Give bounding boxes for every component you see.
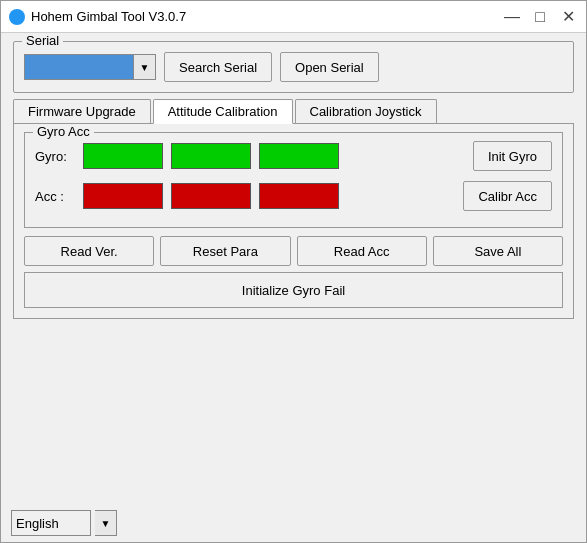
tab-attitude-content: Gyro Acc Gyro: Init Gyro Acc : (13, 124, 574, 319)
gyro-row: Gyro: Init Gyro (35, 141, 552, 171)
reset-para-button[interactable]: Reset Para (160, 236, 290, 266)
gyro-indicator-2 (171, 143, 251, 169)
search-serial-button[interactable]: Search Serial (164, 52, 272, 82)
footer: English ▼ (1, 504, 586, 542)
app-icon (9, 9, 25, 25)
status-message: Initialize Gyro Fail (24, 272, 563, 308)
gyro-acc-group: Gyro Acc Gyro: Init Gyro Acc : (24, 132, 563, 228)
main-content: Serial ▼ Search Serial Open Serial Firmw… (1, 33, 586, 504)
title-bar: Hohem Gimbal Tool V3.0.7 — □ ✕ (1, 1, 586, 33)
window-controls: — □ ✕ (502, 7, 578, 27)
minimize-button[interactable]: — (502, 7, 522, 27)
open-serial-button[interactable]: Open Serial (280, 52, 379, 82)
init-gyro-button[interactable]: Init Gyro (473, 141, 552, 171)
serial-group-label: Serial (22, 33, 63, 48)
status-area: Initialize Gyro Fail (24, 272, 563, 308)
tabs-row: Firmware Upgrade Attitude Calibration Ca… (13, 99, 574, 124)
save-all-button[interactable]: Save All (433, 236, 563, 266)
acc-indicator-2 (171, 183, 251, 209)
language-select-arrow-icon[interactable]: ▼ (95, 510, 117, 536)
maximize-button[interactable]: □ (530, 7, 550, 27)
acc-row: Acc : Calibr Acc (35, 181, 552, 211)
window-title: Hohem Gimbal Tool V3.0.7 (31, 9, 502, 24)
serial-select-wrap: ▼ (24, 54, 156, 80)
serial-row: ▼ Search Serial Open Serial (24, 48, 563, 82)
read-acc-button[interactable]: Read Acc (297, 236, 427, 266)
tab-joystick[interactable]: Calibration Joystick (295, 99, 437, 123)
acc-label: Acc : (35, 189, 75, 204)
gyro-indicator-1 (83, 143, 163, 169)
action-buttons-row: Read Ver. Reset Para Read Acc Save All (24, 236, 563, 266)
tab-attitude[interactable]: Attitude Calibration (153, 99, 293, 124)
calibr-acc-button[interactable]: Calibr Acc (463, 181, 552, 211)
main-window: Hohem Gimbal Tool V3.0.7 — □ ✕ Serial ▼ … (0, 0, 587, 543)
language-select[interactable]: English (11, 510, 91, 536)
acc-indicator-3 (259, 183, 339, 209)
serial-select-arrow-icon[interactable]: ▼ (134, 54, 156, 80)
gyro-label: Gyro: (35, 149, 75, 164)
tab-firmware[interactable]: Firmware Upgrade (13, 99, 151, 123)
gyro-indicator-3 (259, 143, 339, 169)
close-button[interactable]: ✕ (558, 7, 578, 27)
serial-port-select[interactable] (24, 54, 134, 80)
tab-container: Firmware Upgrade Attitude Calibration Ca… (13, 99, 574, 319)
gyro-acc-label: Gyro Acc (33, 124, 94, 139)
read-ver-button[interactable]: Read Ver. (24, 236, 154, 266)
serial-group: Serial ▼ Search Serial Open Serial (13, 41, 574, 93)
acc-indicator-1 (83, 183, 163, 209)
